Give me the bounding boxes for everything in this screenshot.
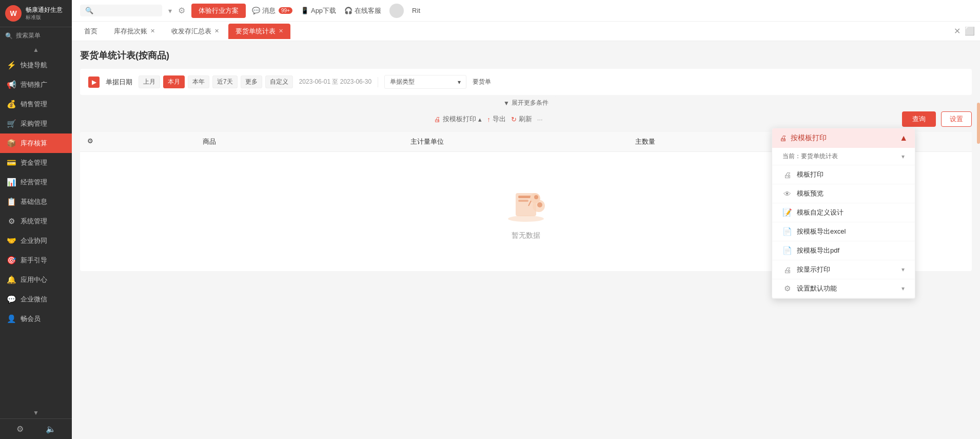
template-print-btn[interactable]: 🖨 按模板打印 ▴ <box>434 114 482 124</box>
app-download-btn[interactable]: 📱 App下载 <box>301 6 336 15</box>
sidebar-search[interactable]: 🔍 搜索菜单 <box>0 27 72 44</box>
tab-maximize-icon[interactable]: ⬜ <box>965 26 975 36</box>
settings-button[interactable]: 设置 <box>941 111 972 127</box>
sidebar-item-member[interactable]: 👤 畅会员 <box>0 309 72 329</box>
tab-receipt-summary-close[interactable]: ✕ <box>214 28 219 34</box>
app-download-label: App下载 <box>311 6 336 15</box>
header-search-box[interactable]: 🔍 <box>80 5 162 16</box>
purchase-icon: 🛒 <box>6 119 16 128</box>
sidebar-item-operations[interactable]: 📊 经营管理 <box>0 173 72 192</box>
dropdown-header[interactable]: 🖨 按模板打印 ▲ <box>772 128 915 148</box>
appstore-icon: 🔔 <box>6 275 16 284</box>
dropdown-item-template-print[interactable]: 🖨 模板打印 <box>772 165 915 184</box>
member-icon: 👤 <box>6 314 16 323</box>
order-type-select[interactable]: 单据类型 ▾ <box>384 75 466 89</box>
sidebar-item-inventory[interactable]: 📦 库存核算 <box>0 133 72 153</box>
query-button[interactable]: 查询 <box>902 111 936 127</box>
customer-service-btn[interactable]: 🎧 在线客服 <box>344 6 381 15</box>
sidebar-item-marketing[interactable]: 📢 营销推广 <box>0 75 72 94</box>
trial-button[interactable]: 体验行业方案 <box>191 4 246 18</box>
header-dropdown-icon[interactable]: ▾ <box>168 7 172 15</box>
svg-rect-3 <box>518 200 528 202</box>
sidebar-item-label: 企业协同 <box>21 236 47 245</box>
tab-home[interactable]: 首页 <box>77 24 105 39</box>
display-print-icon: 🖨 <box>782 265 792 274</box>
content-area: 要货单统计表(按商品) ▶ 单据日期 上月 本月 本年 近7天 更多 自定义 2… <box>72 41 980 439</box>
tab-receipt-summary[interactable]: 收发存汇总表 ✕ <box>164 24 226 39</box>
settings-footer-icon[interactable]: ⚙ <box>16 424 24 434</box>
date-btn-prev-month[interactable]: 上月 <box>139 75 160 88</box>
sidebar-item-sales[interactable]: 💰 销售管理 <box>0 94 72 114</box>
system-icon: ⚙ <box>6 217 16 226</box>
date-filter-label: 单据日期 <box>106 78 132 87</box>
dropdown-item-template-excel[interactable]: 📄 按模板导出excel <box>772 222 915 241</box>
scroll-down-icon[interactable]: ▼ <box>33 409 39 416</box>
sidebar-item-finance[interactable]: 💳 资金管理 <box>0 153 72 173</box>
date-btn-more[interactable]: 更多 <box>241 75 262 88</box>
display-print-label: 按显示打印 <box>797 265 830 274</box>
audio-footer-icon[interactable]: 🔈 <box>46 424 56 434</box>
sidebar-scroll-up[interactable]: ▲ <box>0 44 72 55</box>
expand-more-icon: ▼ <box>503 100 509 107</box>
template-excel-item-icon: 📄 <box>782 227 792 236</box>
set-default-chevron: ▾ <box>901 285 905 292</box>
date-btn-current-year[interactable]: 本年 <box>188 75 209 88</box>
date-btn-recent-7[interactable]: 近7天 <box>212 75 238 88</box>
user-avatar[interactable] <box>389 4 404 18</box>
sidebar-item-system[interactable]: ⚙ 系统管理 <box>0 212 72 231</box>
dropdown-current-label[interactable]: 当前：要货单统计表 ▾ <box>772 148 915 165</box>
dropdown-item-template-design[interactable]: 📝 模板自定义设计 <box>772 203 915 222</box>
date-btn-current-month[interactable]: 本月 <box>163 75 185 88</box>
empty-state-text: 暂无数据 <box>512 231 540 240</box>
sidebar-item-label: 资金管理 <box>21 158 47 167</box>
sidebar-item-label: 应用中心 <box>21 275 47 284</box>
messages-btn[interactable]: 💬 消息 99+ <box>252 6 292 15</box>
messages-icon: 💬 <box>252 7 260 14</box>
expand-more-btn[interactable]: ▼ 展开更多条件 <box>495 97 557 109</box>
dropdown-section-display-print[interactable]: 🖨 按显示打印 ▾ <box>772 260 915 279</box>
wechat-icon: 💬 <box>6 295 16 304</box>
template-preview-item-icon: 👁 <box>782 189 792 198</box>
sidebar-item-enterprise[interactable]: 🤝 企业协同 <box>0 231 72 251</box>
sidebar-item-label: 快捷导航 <box>21 61 47 70</box>
sidebar-item-purchase[interactable]: 🛒 采购管理 <box>0 114 72 133</box>
tab-order-stats-close[interactable]: ✕ <box>279 28 283 34</box>
more-icon[interactable]: ··· <box>537 116 543 123</box>
logo-text: 畅康通好生意 标准版 <box>26 6 63 21</box>
col-settings[interactable]: ⚙ <box>80 137 101 146</box>
filter-expand-icon[interactable]: ▶ <box>88 77 100 88</box>
sidebar-item-wechat[interactable]: 💬 企业微信 <box>0 290 72 309</box>
svg-point-8 <box>537 202 542 207</box>
dropdown-item-template-pdf[interactable]: 📄 按模板导出pdf <box>772 241 915 260</box>
dropdown-collapse-icon[interactable]: ▲ <box>899 133 908 143</box>
set-default-left: ⚙ 设置默认功能 <box>782 284 837 293</box>
refresh-btn[interactable]: ↻ 刷新 <box>511 114 532 124</box>
dropdown-section-set-default[interactable]: ⚙ 设置默认功能 ▾ <box>772 279 915 298</box>
tab-bar: 首页 库存批次账 ✕ 收发存汇总表 ✕ 要货单统计表 ✕ ✕ ⬜ <box>72 22 980 41</box>
dropdown-item-template-preview[interactable]: 👁 模板预览 <box>772 184 915 203</box>
tab-inventory-batch-close[interactable]: ✕ <box>150 28 155 34</box>
sidebar-item-label: 畅会员 <box>21 314 41 323</box>
export-btn[interactable]: ↑ 导出 <box>487 114 506 124</box>
order-stats-label: 要货单统计表 <box>236 27 276 36</box>
sidebar-scroll-down[interactable]: ▼ <box>0 407 72 418</box>
tab-order-stats[interactable]: 要货单统计表 ✕ <box>228 24 290 39</box>
sidebar-item-label: 新手引导 <box>21 256 47 265</box>
sidebar-item-appstore[interactable]: 🔔 应用中心 <box>0 270 72 290</box>
header-settings-icon[interactable]: ⚙ <box>178 6 185 15</box>
tab-inventory-batch[interactable]: 库存批次账 ✕ <box>107 24 162 39</box>
template-print-icon: 🖨 <box>434 116 441 123</box>
scroll-up-icon[interactable]: ▲ <box>33 46 39 53</box>
template-pdf-item-label: 按模板导出pdf <box>797 246 839 255</box>
svg-point-5 <box>534 195 538 199</box>
sidebar-item-quick-nav[interactable]: ⚡ 快捷导航 <box>0 55 72 75</box>
right-scrollbar[interactable] <box>977 103 980 144</box>
header-icon-group: 💬 消息 99+ 📱 App下载 🎧 在线客服 Rit <box>252 4 420 18</box>
tab-close-all-icon[interactable]: ✕ <box>954 26 961 36</box>
sidebar-item-guide[interactable]: 🎯 新手引导 <box>0 251 72 270</box>
date-btn-custom[interactable]: 自定义 <box>265 75 293 88</box>
template-print-chevron: ▴ <box>478 116 482 123</box>
date-options: 上月 本月 本年 近7天 更多 自定义 <box>139 75 293 88</box>
sidebar-item-basic[interactable]: 📋 基础信息 <box>0 192 72 212</box>
refresh-label: 刷新 <box>519 114 532 124</box>
